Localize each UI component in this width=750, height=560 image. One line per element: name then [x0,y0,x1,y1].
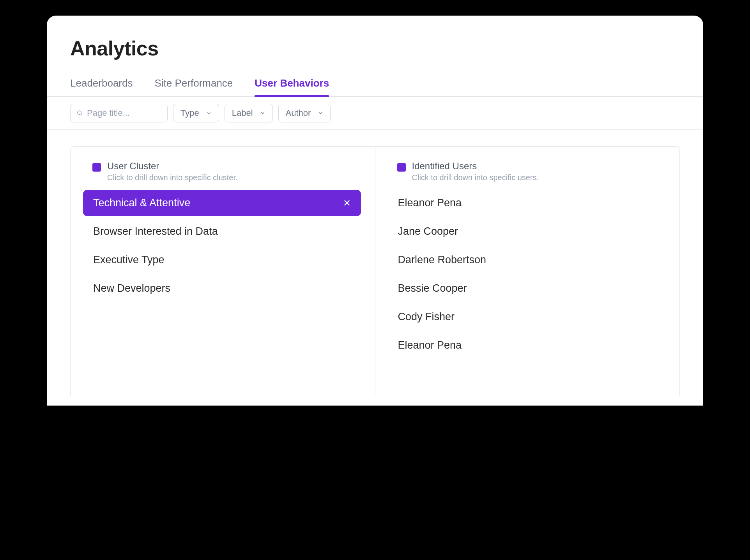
page-title: Analytics [70,37,680,60]
users-column: Identified Users Click to drill down int… [375,147,680,396]
tab-site-performance[interactable]: Site Performance [154,71,233,96]
chevron-down-icon [260,110,265,116]
svg-point-0 [78,111,81,114]
search-input[interactable] [87,108,161,118]
user-item-label: Cody Fisher [398,311,455,323]
page-header: Analytics [47,16,703,71]
clusters-title: User Cluster [107,161,238,172]
search-input-wrapper[interactable] [70,104,168,122]
cluster-item-browser-data[interactable]: Browser Interested in Data [83,218,361,245]
user-item[interactable]: Cody Fisher [388,304,666,330]
users-header: Identified Users Click to drill down int… [388,161,666,190]
cluster-item-label: Technical & Attentive [93,197,190,209]
cluster-item-new-developers[interactable]: New Developers [83,275,361,301]
cluster-item-label: New Developers [93,282,170,294]
user-item-label: Darlene Robertson [398,254,486,266]
user-item[interactable]: Jane Cooper [388,218,666,245]
search-icon [77,110,83,116]
user-item-label: Jane Cooper [398,225,458,237]
tabs-bar: Leaderboards Site Performance User Behav… [47,71,703,97]
dropdown-label: Type [180,108,199,118]
clusters-column: User Cluster Click to drill down into sp… [71,147,375,396]
cluster-item-label: Executive Type [93,254,165,266]
tab-leaderboards[interactable]: Leaderboards [70,71,133,96]
users-title: Identified Users [412,161,539,172]
clusters-subtitle: Click to drill down into specific cluste… [107,173,238,182]
svg-line-1 [81,114,82,115]
square-icon [92,163,101,172]
tab-label: Site Performance [154,77,233,89]
dropdown-label[interactable]: Label [225,104,273,122]
tab-user-behaviors[interactable]: User Behaviors [255,71,329,96]
dropdown-label-text: Label [232,108,253,118]
cluster-item-label: Browser Interested in Data [93,225,218,237]
cluster-item-executive[interactable]: Executive Type [83,247,361,273]
user-item-label: Eleanor Pena [398,197,462,209]
user-item[interactable]: Bessie Cooper [388,275,666,301]
users-list: Eleanor Pena Jane Cooper Darlene Roberts… [388,190,666,358]
user-item[interactable]: Darlene Robertson [388,247,666,273]
content-area: User Cluster Click to drill down into sp… [47,130,703,396]
behaviors-panel: User Cluster Click to drill down into sp… [70,146,680,396]
dropdown-type[interactable]: Type [173,104,219,122]
tab-label: Leaderboards [70,77,133,89]
user-item-label: Eleanor Pena [398,339,462,351]
dropdown-author[interactable]: Author [278,104,331,122]
filters-bar: Type Label Author [47,97,703,130]
user-item[interactable]: Eleanor Pena [388,332,666,358]
clusters-list: Technical & Attentive ✕ Browser Interest… [83,190,361,301]
user-item-label: Bessie Cooper [398,282,467,294]
tab-label: User Behaviors [255,77,329,89]
dropdown-label: Author [286,108,311,118]
analytics-card: Analytics Leaderboards Site Performance … [47,16,703,406]
cluster-item-technical-attentive[interactable]: Technical & Attentive ✕ [83,190,361,216]
chevron-down-icon [206,110,212,116]
users-subtitle: Click to drill down into specific users. [412,173,539,182]
square-icon [397,163,406,172]
chevron-down-icon [318,110,323,116]
clusters-header: User Cluster Click to drill down into sp… [83,161,361,190]
user-item[interactable]: Eleanor Pena [388,190,666,216]
close-icon[interactable]: ✕ [343,198,351,208]
